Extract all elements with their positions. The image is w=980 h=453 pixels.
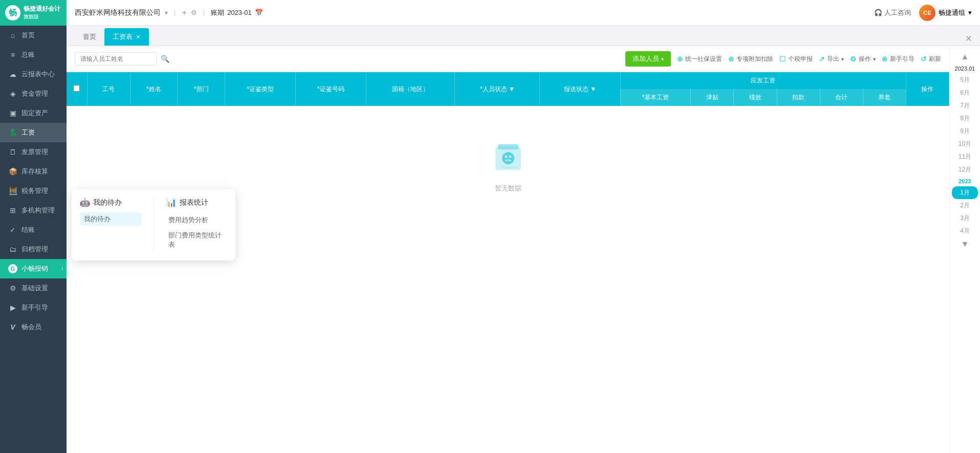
ledger-icon: ≡ [8, 51, 17, 59]
th-status[interactable]: *人员状态 ▼ [455, 72, 540, 106]
company-dropdown-icon[interactable]: ▾ [165, 9, 168, 16]
support-btn[interactable]: 🎧 人工咨询 [874, 8, 911, 17]
tab-home[interactable]: 首页 [75, 28, 104, 46]
logo-title: 畅捷通好会计 [24, 5, 60, 13]
search-button[interactable]: 🔍 [161, 55, 169, 63]
tax-report-btn[interactable]: ☐ 个税申报 [779, 55, 813, 63]
header-settings-icon[interactable]: ⚙ [191, 9, 197, 16]
toolbar: 🔍 添加人员 ▾ ⊕ 统一社保设置 ⊕ 专项附加扣除 [67, 46, 949, 72]
th-pension: 养老 [863, 89, 906, 106]
add-person-btn[interactable]: 添加人员 ▾ [625, 51, 671, 67]
sidebar-item-fund[interactable]: ◈ 资金管理 [0, 84, 67, 103]
select-all-checkbox[interactable] [73, 85, 80, 92]
tab-salary-label: 工资表 [113, 32, 133, 41]
sidebar-label-fixed-assets: 固定资产 [21, 109, 48, 118]
operation-btn[interactable]: ⚙ 操作 ▾ [850, 55, 876, 63]
sidebar-item-xiaochang[interactable]: G 小畅报销 ‹ [0, 259, 67, 278]
guide-btn[interactable]: ⊕ 新手引导 [882, 55, 914, 63]
panel-close-btn[interactable]: ✕ [965, 34, 972, 44]
refresh-btn[interactable]: ↺ 刷新 [921, 55, 941, 63]
add-company-btn[interactable]: + [182, 8, 186, 17]
th-cert-type: *证鉴类型 [225, 72, 296, 106]
timeline-panel: ▲ 2023.01 5月 6月 7月 8月 9月 10月 11月 12月 202… [949, 46, 980, 453]
timeline-month-7[interactable]: 7月 [950, 99, 980, 112]
tab-close-btn[interactable]: ✕ [136, 33, 141, 40]
headset-icon: 🎧 [874, 9, 882, 16]
close-area: ✕ [965, 34, 972, 46]
todo-col-icon: 🤖 [80, 198, 90, 207]
fund-icon: ◈ [8, 90, 17, 98]
sidebar-item-cloud-report[interactable]: ☁ 云报表中心 [0, 64, 67, 84]
deduction-icon: ⊕ [728, 55, 734, 63]
timeline-month-6[interactable]: 6月 [950, 87, 980, 99]
sidebar-item-guide[interactable]: ▶ 新手引导 [0, 298, 67, 317]
export-dropdown-arrow: ▾ [841, 56, 844, 62]
sidebar-item-ledger[interactable]: ≡ 总账 [0, 45, 67, 64]
popup-col2-title: 报表统计 [180, 198, 208, 207]
popup-menu: 🤖 我的待办 我的待办 📊 报表统计 费用趋势分析 部门费用类型统计表 [72, 189, 235, 261]
tab-salary[interactable]: 工资表 ✕ [104, 28, 149, 46]
sidebar-item-salary[interactable]: 💲 工资 [0, 123, 67, 142]
th-submit-status[interactable]: 报送状态 ▼ [540, 72, 620, 106]
calendar-icon[interactable]: 📅 [255, 9, 263, 16]
sidebar-item-basic-settings[interactable]: ⚙ 基础设置 [0, 278, 67, 298]
timeline-month-12[interactable]: 12月 [950, 163, 980, 176]
guide-label: 新手引导 [890, 55, 914, 63]
sidebar-label-settlement: 结账 [21, 225, 35, 234]
th-allowance: 津贴 [691, 89, 734, 106]
user-name: 畅捷通组 [939, 8, 965, 17]
sidebar-item-archive[interactable]: 🗂 归档管理 [0, 240, 67, 259]
sidebar-item-vip[interactable]: V 畅会员 [0, 317, 67, 337]
add-dropdown-arrow: ▾ [661, 56, 664, 62]
sidebar-item-tax[interactable]: 🧮 税务管理 [0, 181, 67, 201]
th-deduction: 扣款 [777, 89, 820, 106]
guide-icon: ▶ [8, 304, 17, 312]
timeline-month-10[interactable]: 10月 [950, 138, 980, 150]
popup-todo-item[interactable]: 我的待办 [80, 212, 141, 226]
export-btn[interactable]: ↗ 导出 ▾ [819, 55, 844, 63]
top-header: 西安虾米网络科技有限公司 ▾ | + ⚙ | 账期 2023-01 📅 🎧 人工… [67, 0, 980, 26]
timeline-month-4[interactable]: 4月 [950, 225, 980, 238]
sidebar-item-fixed-assets[interactable]: ▣ 固定资产 [0, 103, 67, 123]
archive-icon: 🗂 [8, 245, 17, 253]
export-icon: ↗ [819, 55, 825, 63]
sidebar-item-inventory[interactable]: 📦 库存核算 [0, 162, 67, 181]
timeline-month-1[interactable]: 1月 [952, 186, 978, 199]
sidebar-item-home[interactable]: ⌂ 首页 [0, 26, 67, 45]
header-divider: | [174, 9, 176, 16]
timeline-nav-up[interactable]: ▲ [959, 50, 971, 63]
logo-icon: 畅 [5, 5, 20, 20]
user-info[interactable]: CE 畅捷通组 ▾ [919, 5, 972, 21]
popup-report-item-2[interactable]: 部门费用类型统计表 [166, 228, 228, 252]
timeline-month-9[interactable]: 9月 [950, 125, 980, 138]
fixed-assets-icon: ▣ [8, 109, 17, 117]
timeline-year-label: 2023.01 [950, 63, 980, 74]
timeline-nav-down[interactable]: ▼ [959, 238, 971, 251]
search-input[interactable] [75, 52, 157, 66]
social-security-icon: ⊕ [677, 55, 683, 63]
timeline-month-5[interactable]: 5月 [950, 74, 980, 87]
timeline-month-3[interactable]: 3月 [950, 212, 980, 225]
deduction-btn[interactable]: ⊕ 专项附加扣除 [728, 55, 773, 63]
period-label: 账期 [211, 8, 224, 17]
xiaochang-icon: G [8, 264, 17, 273]
social-security-btn[interactable]: ⊕ 统一社保设置 [677, 55, 722, 63]
timeline-month-8[interactable]: 8月 [950, 112, 980, 125]
sidebar-item-multi-org[interactable]: ⊞ 多机构管理 [0, 201, 67, 220]
th-checkbox[interactable] [67, 72, 87, 106]
support-label: 人工咨询 [884, 8, 911, 17]
timeline-month-2[interactable]: 2月 [950, 199, 980, 212]
sidebar-item-invoice[interactable]: 🗒 发票管理 [0, 142, 67, 162]
toolbar-right: 添加人员 ▾ ⊕ 统一社保设置 ⊕ 专项附加扣除 ☐ 个税申报 [625, 51, 941, 67]
sidebar-label-fund: 资金管理 [21, 89, 48, 98]
refresh-icon: ↺ [921, 55, 927, 63]
operation-dropdown-arrow: ▾ [873, 56, 876, 62]
tax-icon: 🧮 [8, 187, 17, 195]
add-person-label: 添加人员 [633, 54, 659, 63]
popup-report-item-1[interactable]: 费用趋势分析 [166, 212, 228, 228]
timeline-month-11[interactable]: 11月 [950, 150, 980, 163]
th-operation: 操作 [906, 72, 949, 106]
period-value: 2023-01 [227, 9, 252, 16]
sidebar-item-settlement[interactable]: ✓ 结账 [0, 220, 67, 240]
svg-point-4 [509, 156, 511, 158]
